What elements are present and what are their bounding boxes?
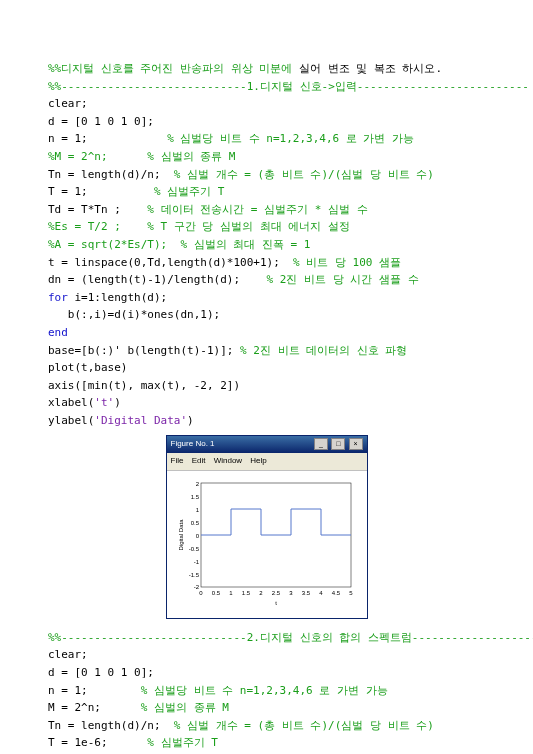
code-t: t = linspace(0,Td,length(d)*100+1); % 비트…	[48, 254, 485, 272]
xtick: 1.5	[241, 590, 250, 596]
s2-d: d = [0 1 0 1 0];	[48, 664, 485, 682]
xlabel-end: )	[114, 396, 121, 409]
code-t-code: t = linspace(0,Td,length(d)*100+1);	[48, 256, 280, 269]
ytick: 0.5	[190, 520, 199, 526]
xtick: 3	[289, 590, 293, 596]
s2-M-comment: % 심벌의 종류 M	[101, 701, 229, 714]
code-Td-comment: % 데이터 전송시간 = 심벌주기 * 심벌 수	[121, 203, 368, 216]
code-Es: %Es = T/2 ; % T 구간 당 심벌의 최대 에너지 설정	[48, 218, 485, 236]
header-prefix: %%디지털 신호를 주어진 반송파의 위상 미분에	[48, 62, 292, 75]
y-tick-labels: 2 1.5 1 0.5 0 -0.5 -1 -1.5 -2	[188, 481, 199, 590]
code-b: b(:,i)=d(i)*ones(dn,1);	[48, 306, 485, 324]
code-Tn: Tn = length(d)/n; % 심벌 개수 = (총 비트 수)/(심벌…	[48, 166, 485, 184]
code-d: d = [0 1 0 1 0];	[48, 113, 485, 131]
s2-n-comment: % 심벌당 비트 수 n=1,2,3,4,6 로 가변 가능	[88, 684, 388, 697]
code-Es-comment: % T 구간 당 심벌의 최대 에너지 설정	[121, 220, 350, 233]
code-n: n = 1; % 심벌당 비트 수 n=1,2,3,4,6 로 가변 가능	[48, 130, 485, 148]
code-A-code: %A = sqrt(2*Es/T);	[48, 238, 167, 251]
menu-help[interactable]: Help	[250, 456, 266, 465]
header-rest: 실어 변조 및 복조 하시오.	[292, 62, 442, 75]
s2-T: T = 1e-6; % 심벌주기 T	[48, 734, 485, 752]
s2-Tn: Tn = length(d)/n; % 심벌 개수 = (총 비트 수)/(심벌…	[48, 717, 485, 735]
code-n-code: n = 1;	[48, 132, 88, 145]
s2-n: n = 1; % 심벌당 비트 수 n=1,2,3,4,6 로 가변 가능	[48, 682, 485, 700]
xtick: 5	[349, 590, 353, 596]
code-dn-code: dn = (length(t)-1)/length(d);	[48, 273, 240, 286]
close-icon[interactable]: ×	[349, 438, 363, 450]
code-T: T = 1; % 심벌주기 T	[48, 183, 485, 201]
code-t-comment: % 비트 당 100 샘플	[280, 256, 401, 269]
ylabel-str: 'Digital Data'	[94, 414, 187, 427]
code-M-code: %M = 2^n;	[48, 150, 108, 163]
code-M: %M = 2^n; % 심벌의 종류 M	[48, 148, 485, 166]
code-for: for i=1:length(d);	[48, 289, 485, 307]
for-cond: i=1:length(d);	[68, 291, 167, 304]
menu-file[interactable]: File	[171, 456, 184, 465]
header-line: %%디지털 신호를 주어진 반송파의 위상 미분에 실어 변조 및 복조 하시오…	[48, 60, 485, 78]
figure-menubar: File Edit Window Help	[167, 453, 367, 471]
code-base-comment: % 2진 비트 데이터의 신호 파형	[233, 344, 407, 357]
for-keyword: for	[48, 291, 68, 304]
code-dn-comment: % 2진 비트 당 시간 샘플 수	[240, 273, 418, 286]
x-tick-labels: 0 0.5 1 1.5 2 2.5 3 3.5 4 4.5 5	[199, 590, 353, 596]
ytick: -0.5	[188, 546, 199, 552]
minimize-icon[interactable]: _	[314, 438, 328, 450]
code-A: %A = sqrt(2*Es/T); % 심벌의 최대 진폭 = 1	[48, 236, 485, 254]
code-T-code: T = 1;	[48, 185, 134, 198]
code-M-comment: % 심벌의 종류 M	[108, 150, 236, 163]
section2-divider: %%----------------------------2.디지털 신호의 …	[48, 629, 485, 647]
xtick: 4	[319, 590, 323, 596]
menu-edit[interactable]: Edit	[192, 456, 206, 465]
plot-svg: 2 1.5 1 0.5 0 -0.5 -1 -1.5 -2 0 0.5	[173, 477, 359, 607]
code-axis: axis([min(t), max(t), -2, 2])	[48, 377, 485, 395]
xtick: 1	[229, 590, 233, 596]
code-Tn-code: Tn = length(d)/n;	[48, 168, 161, 181]
code-base-code: base=[b(:)' b(length(t)-1)];	[48, 344, 233, 357]
xtick: 0	[199, 590, 203, 596]
ytick: 1	[195, 507, 199, 513]
s2-M: M = 2^n; % 심벌의 종류 M	[48, 699, 485, 717]
figure-title: Figure No. 1	[171, 438, 215, 451]
xtick: 3.5	[301, 590, 310, 596]
code-n-comment: % 심벌당 비트 수 n=1,2,3,4,6 로 가변 가능	[88, 132, 414, 145]
s2-n-code: n = 1;	[48, 684, 88, 697]
xlabel-fn: xlabel(	[48, 396, 94, 409]
code-Td: Td = T*Tn ; % 데이터 전송시간 = 심벌주기 * 심벌 수	[48, 201, 485, 219]
code-T-comment: % 심벌주기 T	[134, 185, 224, 198]
code-base: base=[b(:)' b(length(t)-1)]; % 2진 비트 데이터…	[48, 342, 485, 360]
code-end: end	[48, 324, 485, 342]
xtick: 2.5	[271, 590, 280, 596]
code-Td-code: Td = T*Tn ;	[48, 203, 121, 216]
s2-T-comment: % 심벌주기 T	[108, 736, 218, 749]
code-Es-code: %Es = T/2 ;	[48, 220, 121, 233]
s2-Tn-comment: % 심벌 개수 = (총 비트 수)/(심벌 당 비트 수)	[161, 719, 434, 732]
document-page: %%디지털 신호를 주어진 반송파의 위상 미분에 실어 변조 및 복조 하시오…	[0, 0, 533, 754]
code-A-comment: % 심벌의 최대 진폭 = 1	[167, 238, 310, 251]
ytick: 1.5	[190, 494, 199, 500]
figure-titlebar-buttons: _ □ ×	[313, 438, 362, 451]
figure-titlebar: Figure No. 1 _ □ ×	[167, 436, 367, 453]
figure-window: Figure No. 1 _ □ × File Edit Window Help	[166, 435, 368, 618]
xtick: 4.5	[331, 590, 340, 596]
ylabel-end: )	[187, 414, 194, 427]
xtick: 2	[259, 590, 263, 596]
code-plot: plot(t,base)	[48, 359, 485, 377]
ytick: -1	[193, 559, 199, 565]
section1-divider: %%----------------------------1.디지털 신호->…	[48, 78, 485, 96]
maximize-icon[interactable]: □	[331, 438, 345, 450]
ytick: 2	[195, 481, 199, 487]
s2-M-code: M = 2^n;	[48, 701, 101, 714]
code-Tn-comment: % 심벌 개수 = (총 비트 수)/(심벌 당 비트 수)	[161, 168, 434, 181]
s2-T-code: T = 1e-6;	[48, 736, 108, 749]
ylabel-fn: ylabel(	[48, 414, 94, 427]
ytick: 0	[195, 533, 199, 539]
code-dn: dn = (length(t)-1)/length(d); % 2진 비트 당 …	[48, 271, 485, 289]
code-clear: clear;	[48, 95, 485, 113]
ytick: -1.5	[188, 572, 199, 578]
plot-ylabel: Digital Data	[178, 519, 184, 551]
s2-clear: clear;	[48, 646, 485, 664]
figure-body: 2 1.5 1 0.5 0 -0.5 -1 -1.5 -2 0 0.5	[167, 471, 367, 618]
figure-wrap: Figure No. 1 _ □ × File Edit Window Help	[48, 435, 485, 618]
menu-window[interactable]: Window	[214, 456, 242, 465]
code-xlabel: xlabel('t')	[48, 394, 485, 412]
